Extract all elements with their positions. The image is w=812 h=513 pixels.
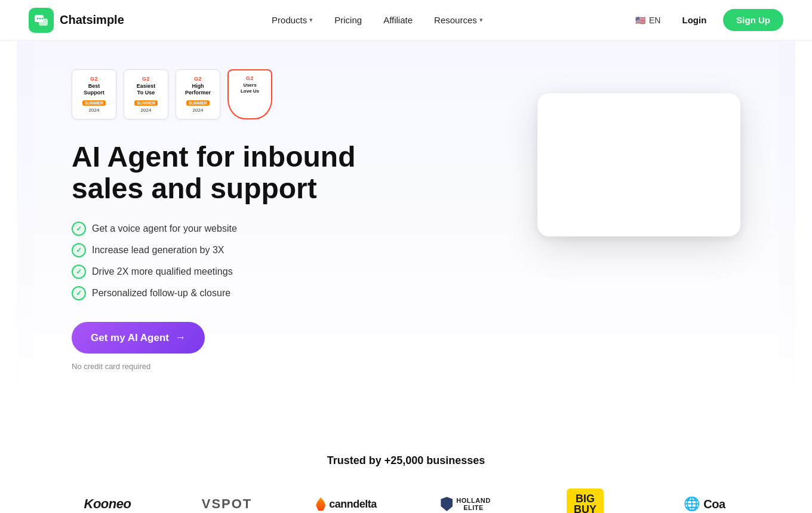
nav-resources[interactable]: Resources ▾ <box>426 10 491 30</box>
feature-1: Get a voice agent for your website <box>72 222 355 236</box>
check-icon <box>72 265 86 279</box>
chat-widget-preview <box>537 93 740 236</box>
chevron-down-icon: ▾ <box>479 16 483 24</box>
trusted-section: Trusted by +25,000 businesses Kooneo VSP… <box>0 419 812 513</box>
svg-point-4 <box>42 17 44 19</box>
logo-icon <box>29 8 54 33</box>
feature-3: Drive 2X more qualified meetings <box>72 265 355 279</box>
trusted-logos: Kooneo VSPOT canndelta HOLLAND ELITE BIG <box>29 489 783 513</box>
svg-point-3 <box>39 17 41 19</box>
logo-vspot: VSPOT <box>167 496 287 512</box>
hero-headline: AI Agent for inbound sales and support <box>72 141 355 205</box>
nav-products[interactable]: Products ▾ <box>263 10 321 30</box>
svg-point-2 <box>37 17 39 19</box>
cta-button[interactable]: Get my AI Agent → <box>72 322 205 354</box>
logo-coa: 🌐 Coa <box>645 496 764 512</box>
badges-row: G2 BestSupport SUMMER 2024 G2 EasiestTo … <box>72 69 355 119</box>
feature-4: Personalized follow-up & closure <box>72 286 355 300</box>
check-icon <box>72 222 86 236</box>
logo-text: Chatsimple <box>60 13 124 27</box>
logo-holland: HOLLAND ELITE <box>406 497 525 511</box>
nav-affiliate[interactable]: Affiliate <box>375 10 421 30</box>
hero-left: G2 BestSupport SUMMER 2024 G2 EasiestTo … <box>72 69 355 371</box>
login-button[interactable]: Login <box>672 10 716 30</box>
nav-right: 🇺🇸 EN Login Sign Up <box>630 9 783 31</box>
flag-icon: 🇺🇸 <box>635 16 645 25</box>
svg-rect-1 <box>39 19 48 26</box>
flame-icon <box>316 497 325 511</box>
globe-icon: 🌐 <box>684 496 700 512</box>
logo-canndelta: canndelta <box>287 497 406 511</box>
shield-icon <box>441 497 453 511</box>
badge-users-love-us: G2 UsersLove Us <box>227 69 272 119</box>
no-credit-card-text: No credit card required <box>72 362 355 371</box>
navbar: Chatsimple Products ▾ Pricing Affiliate … <box>0 0 812 41</box>
language-selector[interactable]: 🇺🇸 EN <box>630 12 665 29</box>
badge-high-performer: G2 HighPerformer SUMMER 2024 <box>176 69 220 119</box>
hero-section: G2 BestSupport SUMMER 2024 G2 EasiestTo … <box>33 41 779 419</box>
nav-pricing[interactable]: Pricing <box>326 10 370 30</box>
feature-2: Increase lead generation by 3X <box>72 243 355 257</box>
nav-links: Products ▾ Pricing Affiliate Resources ▾ <box>263 10 491 30</box>
chevron-down-icon: ▾ <box>309 16 313 24</box>
hero-right <box>537 69 740 236</box>
badge-best-support: G2 BestSupport SUMMER 2024 <box>72 69 116 119</box>
signup-button[interactable]: Sign Up <box>723 9 783 31</box>
trusted-title: Trusted by +25,000 businesses <box>29 454 783 467</box>
badge-easiest-to-use: G2 EasiestTo Use SUMMER 2024 <box>124 69 168 119</box>
logo-bigbuy: BIG BUY <box>525 489 645 513</box>
check-icon <box>72 286 86 300</box>
check-icon <box>72 243 86 257</box>
features-list: Get a voice agent for your website Incre… <box>72 222 355 300</box>
arrow-icon: → <box>175 331 186 344</box>
logo-kooneo: Kooneo <box>48 496 167 512</box>
logo[interactable]: Chatsimple <box>29 8 124 33</box>
